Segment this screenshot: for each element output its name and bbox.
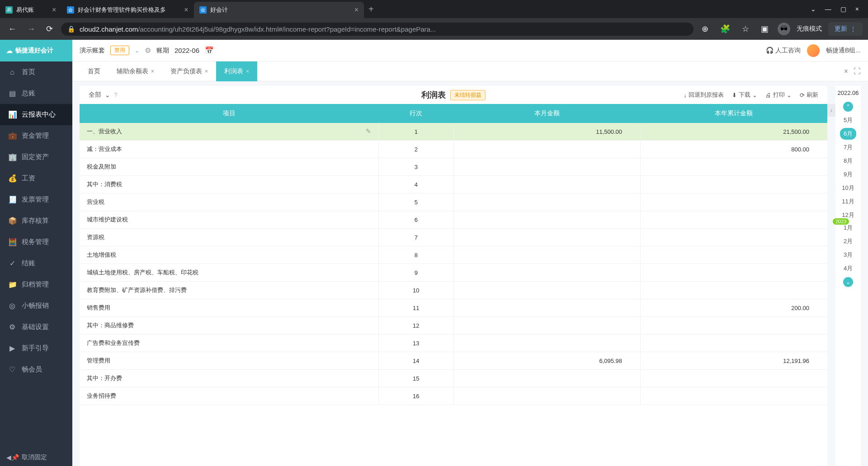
sidebar-item-0[interactable]: ⌂首页 (0, 61, 72, 83)
fullscreen-icon[interactable]: ⛶ (854, 67, 861, 75)
tab-3[interactable]: 利润表× (216, 61, 257, 81)
sidebar-item-6[interactable]: 🧾发票管理 (0, 189, 72, 210)
sidebar-item-13[interactable]: ▶新手引导 (0, 338, 72, 359)
disable-button[interactable]: 禁用 (110, 46, 129, 55)
favicon: 易 (5, 6, 13, 14)
sidebar-item-8[interactable]: 🧮税务管理 (0, 231, 72, 253)
avatar[interactable] (807, 44, 820, 57)
table-row[interactable]: 城镇土地使用税、房产税、车船税、印花税 9 (80, 264, 827, 282)
collapse-handle[interactable]: › (827, 104, 835, 117)
address-bar[interactable]: 🔒 cloud2.chanjet.com/accounting/uh26t264… (61, 23, 693, 36)
timeline-up-button[interactable]: ⌃ (843, 102, 853, 112)
close-icon[interactable]: × (52, 6, 56, 14)
calendar-icon[interactable]: 📅 (205, 46, 214, 55)
sidebar-item-4[interactable]: 🏢固定资产 (0, 146, 72, 168)
sidebar-item-5[interactable]: 💰工资 (0, 168, 72, 189)
close-icon[interactable]: × (246, 68, 249, 75)
timeline-month-11月[interactable]: 11月 (835, 195, 861, 208)
sidebar-item-1[interactable]: ▤总账 (0, 83, 72, 104)
browser-tab-2[interactable]: 会 好会计 × (194, 2, 364, 18)
table-row[interactable]: 资源税 7 (80, 229, 827, 246)
table-row[interactable]: 城市维护建设税 6 (80, 211, 827, 229)
print-button[interactable]: 🖨 打印 ⌄ (765, 91, 792, 99)
timeline-month-8月[interactable]: 8月 (835, 154, 861, 168)
close-all-tabs-icon[interactable]: × (844, 67, 848, 75)
cell-month (453, 246, 641, 264)
sidebar-item-10[interactable]: 📁归档管理 (0, 274, 72, 295)
chevron-down-icon[interactable]: ⌄ (135, 47, 139, 54)
sidebar-item-2[interactable]: 📊云报表中心 (0, 104, 72, 125)
star-icon[interactable]: ☆ (739, 21, 752, 37)
restore-button[interactable]: ↓ 回退到原报表 (684, 91, 724, 99)
timeline-month-7月[interactable]: 7月 (835, 141, 861, 154)
tab-2[interactable]: 资产负债表× (162, 61, 216, 81)
extension-icon[interactable]: 🧩 (717, 21, 733, 37)
timeline-month-10月[interactable]: 10月 (835, 181, 861, 195)
close-icon[interactable]: × (354, 6, 359, 14)
chevron-down-icon[interactable]: ⌄ (811, 5, 816, 13)
timeline-month-5月[interactable]: 5月 (835, 113, 861, 127)
cell-month (453, 387, 641, 405)
table-row[interactable]: 业务招待费 16 (80, 387, 827, 405)
browser-tab-0[interactable]: 易 易代账 × (0, 2, 61, 18)
back-icon[interactable]: ← (5, 22, 19, 37)
timeline-month-4月[interactable]: 4月 (835, 262, 861, 275)
refresh-button[interactable]: ⟳ 刷新 (800, 91, 818, 99)
gear-icon[interactable]: ⚙ (145, 46, 151, 55)
maximize-icon[interactable]: ▢ (840, 5, 846, 13)
close-icon[interactable]: × (151, 68, 154, 75)
sidebar-item-14[interactable]: ♡畅会员 (0, 359, 72, 380)
url-text: cloud2.chanjet.com/accounting/uh26t264j5… (80, 25, 436, 33)
reload-icon[interactable]: ⟳ (43, 21, 56, 37)
sidebar-item-12[interactable]: ⚙基础设置 (0, 316, 72, 338)
table-row[interactable]: 营业税 5 (80, 193, 827, 211)
cell-year (641, 317, 828, 334)
cell-item: 营业税 (80, 193, 379, 211)
browser-tab-1[interactable]: 会 好会计财务管理软件购买价格及多 × (61, 2, 193, 18)
update-button[interactable]: 更新 ⋮ (828, 22, 863, 36)
search-icon[interactable]: ⊕ (699, 21, 711, 37)
table-row[interactable]: 一、营业收入✎ 1 11,500.00 21,500.00 (80, 123, 827, 141)
timeline-month-9月[interactable]: 9月 (835, 168, 861, 181)
table-row[interactable]: 其中：商品维修费 12 (80, 317, 827, 334)
sidebar: ☁畅捷通好会计 ⌂首页▤总账📊云报表中心💼资金管理🏢固定资产💰工资🧾发票管理📦库… (0, 40, 72, 466)
table-row[interactable]: 教育费附加、矿产资源补偿费、排污费 10 (80, 282, 827, 299)
table-row[interactable]: 其中：开办费 15 (80, 370, 827, 387)
filter-dropdown[interactable]: 全部⌄ ? (89, 91, 118, 99)
table-row[interactable]: 广告费和业务宣传费 13 (80, 334, 827, 352)
forward-icon[interactable]: → (24, 22, 38, 37)
help-icon[interactable]: ? (114, 91, 118, 99)
cell-item: 一、营业收入✎ (80, 123, 379, 141)
table-row[interactable]: 减：营业成本 2 800.00 (80, 141, 827, 158)
unpin-button[interactable]: ◀📌取消固定 (0, 449, 72, 466)
sidebar-item-11[interactable]: ◎小畅报销 (0, 295, 72, 316)
cell-item: 其中：商品维修费 (80, 317, 379, 334)
sidebar-item-7[interactable]: 📦库存核算 (0, 210, 72, 231)
incognito-icon: 🕶 (778, 23, 790, 35)
support-button[interactable]: 🎧 人工咨询 (766, 47, 801, 55)
timeline-month-3月[interactable]: 3月 (835, 248, 861, 262)
cell-month (453, 317, 641, 334)
edit-icon[interactable]: ✎ (366, 127, 371, 135)
tab-1[interactable]: 辅助余额表× (108, 61, 162, 81)
new-tab-button[interactable]: + (368, 4, 374, 14)
minimize-icon[interactable]: — (825, 5, 831, 13)
timeline-month-2月[interactable]: 2月 (835, 235, 861, 248)
table-row[interactable]: 土地增值税 8 (80, 246, 827, 264)
download-button[interactable]: ⬇ 下载 ⌄ (732, 91, 757, 99)
table-row[interactable]: 其中：消费税 4 (80, 176, 827, 193)
sidebar-item-3[interactable]: 💼资金管理 (0, 125, 72, 146)
table-row[interactable]: 销售费用 11 200.00 (80, 299, 827, 317)
cell-row: 7 (379, 229, 453, 246)
close-icon[interactable]: × (184, 6, 188, 14)
timeline-month-6月[interactable]: 6月 (840, 128, 856, 140)
timeline-down-button[interactable]: ⌄ (843, 277, 853, 287)
tab-0[interactable]: 首页 (80, 61, 108, 81)
bookmark-icon[interactable]: ▣ (758, 21, 771, 37)
close-icon[interactable]: × (205, 68, 208, 75)
close-window-icon[interactable]: × (855, 5, 859, 13)
cell-item: 土地增值税 (80, 246, 379, 264)
table-row[interactable]: 税金及附加 3 (80, 158, 827, 176)
table-row[interactable]: 管理费用 14 6,095.98 12,191.96 (80, 352, 827, 370)
sidebar-item-9[interactable]: ✓结账 (0, 253, 72, 274)
